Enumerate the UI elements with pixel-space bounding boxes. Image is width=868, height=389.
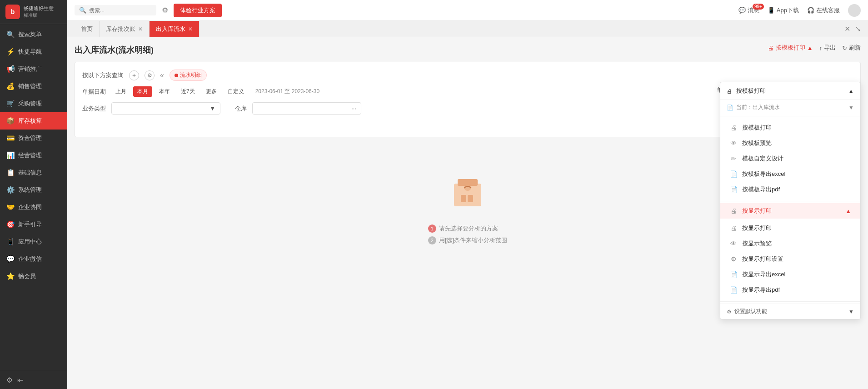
display-settings-label: 按显示打印设置 — [742, 255, 783, 263]
template-preview-item[interactable]: 👁 按模板预览 — [720, 135, 860, 151]
display-print-item[interactable]: 🖨 按显示打印 — [720, 220, 860, 236]
divider-1 — [720, 116, 860, 116]
template-excel-label: 按模板导出excel — [742, 170, 785, 178]
logo-text: 畅捷通好生意 — [24, 5, 54, 12]
svg-rect-3 — [468, 195, 473, 202]
sidebar-item-member[interactable]: ⭐畅会员 — [0, 268, 67, 285]
sidebar-item-basic[interactable]: 📋基础信息 — [0, 164, 67, 181]
date-option-last-7[interactable]: 近7天 — [177, 86, 199, 97]
sidebar-item-finance[interactable]: 💳资金管理 — [0, 130, 67, 147]
topbar-search-box[interactable]: 🔍 — [75, 5, 156, 15]
svg-rect-2 — [461, 195, 466, 202]
tab-home[interactable]: 首页 — [75, 21, 100, 37]
tab-flow[interactable]: 出入库流水✕ — [150, 21, 200, 37]
date-option-this-month[interactable]: 本月 — [133, 86, 152, 97]
display-excel-item[interactable]: 📄 按显示导出excel — [720, 267, 860, 282]
online-service-btn[interactable]: 🎧 在线客服 — [807, 6, 840, 15]
sidebar-item-label: 新手引导 — [18, 220, 42, 229]
date-label: 单据日期 — [82, 88, 106, 96]
phone-icon: 📱 — [768, 7, 775, 14]
user-avatar[interactable] — [848, 4, 861, 17]
template-print-icon: 🖨 — [729, 124, 738, 131]
finance-icon: 💳 — [6, 134, 15, 142]
sidebar-item-sales[interactable]: 💰销售管理 — [0, 78, 67, 95]
operations-icon: 📊 — [6, 151, 15, 160]
display-pdf-item[interactable]: 📄 按显示导出pdf — [720, 282, 860, 298]
chevron-up-icon: ▲ — [807, 45, 813, 51]
inventory-icon: 📦 — [6, 117, 15, 125]
footer-chevron-down: ▼ — [848, 309, 854, 315]
sidebar-item-inventory[interactable]: 📦库存核算 — [0, 112, 67, 130]
date-option-last-month[interactable]: 上月 — [111, 86, 130, 97]
warehouse-select[interactable]: ··· — [252, 102, 361, 115]
tab-batch-account[interactable]: 库存批次账✕ — [100, 21, 150, 37]
tip-text-2: 用[选]条件来缩小分析范围 — [439, 236, 507, 244]
print-template-btn[interactable]: 🖨 按模板打印 ▲ — [768, 44, 813, 52]
sidebar-item-quick-nav[interactable]: ⚡快捷导航 — [0, 43, 67, 60]
sidebar-item-label: 畅会员 — [18, 272, 36, 280]
display-preview-item[interactable]: 👁 按显示预览 — [720, 236, 860, 251]
sidebar-item-system[interactable]: ⚙️系统管理 — [0, 181, 67, 199]
empty-illustration — [445, 170, 490, 215]
tab-close-icon[interactable]: ✕ — [188, 26, 193, 32]
display-print-icon: 🖨 — [729, 224, 738, 232]
sidebar-item-label: 快捷导航 — [18, 48, 42, 56]
filter-settings-btn[interactable]: ⚙ — [145, 70, 155, 80]
refresh-btn[interactable]: ↻ 刷新 — [842, 44, 861, 52]
date-option-this-year[interactable]: 本年 — [155, 86, 174, 97]
display-section-header[interactable]: 🖨 按显示打印 ▲ — [720, 203, 860, 219]
app-center-icon: 📱 — [6, 238, 15, 246]
tab-close-icon[interactable]: ✕ — [138, 26, 143, 32]
settings-icon[interactable]: ⚙ — [6, 376, 13, 384]
sidebar-item-label: 应用中心 — [18, 238, 42, 246]
collapse-sidebar-icon[interactable]: ⇤ — [17, 376, 23, 384]
template-design-item[interactable]: ✏ 模板自定义设计 — [720, 151, 860, 166]
sidebar-item-collab[interactable]: 🤝企业协同 — [0, 199, 67, 216]
filter-collapse-btn[interactable]: « — [160, 71, 164, 80]
template-excel-item[interactable]: 📄 按模板导出excel — [720, 166, 860, 182]
date-option-custom[interactable]: 自定义 — [224, 86, 248, 97]
active-filter-tag[interactable]: 流水明细 — [170, 70, 207, 81]
filter-dot — [175, 74, 178, 77]
display-pdf-icon: 📄 — [729, 286, 738, 294]
tip-text-1: 请先选择要分析的方案 — [439, 224, 498, 233]
export-btn[interactable]: ↑ 导出 — [819, 44, 836, 52]
display-print-label: 按显示打印 — [742, 224, 772, 232]
dropdown-footer[interactable]: ⚙ 设置默认功能 ▼ — [720, 304, 860, 319]
chevron-up-icon-3: ▲ — [848, 88, 854, 95]
warehouse-label: 仓库 — [235, 105, 247, 113]
date-option-more[interactable]: 更多 — [202, 86, 221, 97]
footer-settings-label: 设置默认功能 — [734, 308, 767, 315]
main-area: 🔍 ⚙ 体验行业方案 💬 消息 99+ 📱 App下载 🎧 在线客服 — [67, 0, 868, 389]
template-pdf-icon: 📄 — [729, 186, 738, 193]
filter-add-btn[interactable]: + — [129, 70, 139, 80]
search-input[interactable] — [89, 7, 144, 14]
close-window-btn[interactable]: ✕ — [844, 25, 850, 33]
export-icon: ↑ — [819, 45, 823, 51]
empty-tip-2: 2 用[选]条件来缩小分析范围 — [428, 236, 507, 244]
template-print-item[interactable]: 🖨 按模板打印 — [720, 120, 860, 135]
topbar-gear-icon[interactable]: ⚙ — [162, 6, 168, 15]
sidebar-item-guide[interactable]: 🎯新手引导 — [0, 216, 67, 233]
filter-section-label: 按以下方案查询 — [82, 71, 124, 80]
business-type-select[interactable]: ▼ — [111, 102, 220, 115]
sidebar-item-operations[interactable]: 📊经营管理 — [0, 147, 67, 164]
template-section: 🖨 按模板打印 👁 按模板预览 ✏ 模板自定义设计 📄 按模板导出excel 📄 — [720, 118, 860, 199]
sidebar-item-app-center[interactable]: 📱应用中心 — [0, 233, 67, 250]
sales-icon: 💰 — [6, 82, 15, 90]
trial-button[interactable]: 体验行业方案 — [174, 4, 222, 17]
template-pdf-item[interactable]: 📄 按模板导出pdf — [720, 182, 860, 197]
headset-icon: 🎧 — [807, 7, 814, 14]
sidebar-item-wechat[interactable]: 💬企业微信 — [0, 250, 67, 268]
maximize-window-btn[interactable]: ⤡ — [855, 25, 861, 33]
display-preview-icon: 👁 — [729, 240, 738, 247]
sidebar-item-purchase[interactable]: 🛒采购管理 — [0, 95, 67, 112]
sidebar-item-search[interactable]: 🔍搜索菜单 — [0, 26, 67, 43]
current-label: 当前：出入库流水 — [736, 104, 780, 111]
chevron-down-icon-2: ▼ — [210, 105, 215, 112]
message-btn[interactable]: 💬 消息 99+ — [738, 6, 759, 15]
app-download-btn[interactable]: 📱 App下载 — [768, 6, 799, 15]
display-settings-item[interactable]: ⚙ 按显示打印设置 — [720, 251, 860, 267]
template-pdf-label: 按模板导出pdf — [742, 185, 780, 194]
sidebar-item-marketing[interactable]: 📢营销推广 — [0, 60, 67, 78]
